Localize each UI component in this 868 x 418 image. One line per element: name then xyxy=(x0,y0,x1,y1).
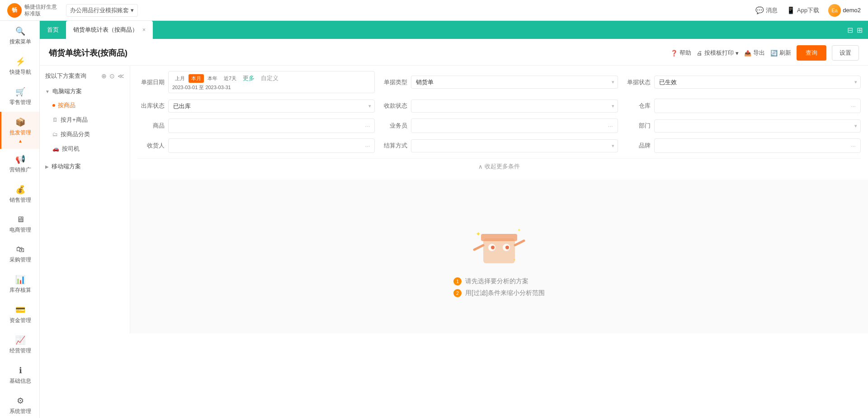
tab-sales-stats[interactable]: 销货单统计表（按商品） × xyxy=(66,21,153,39)
scheme-item-month-goods[interactable]: 🗓 按月+商品 xyxy=(40,113,130,127)
department-select[interactable] xyxy=(654,119,861,133)
receiver-ellipsis-icon: ··· xyxy=(365,142,370,149)
empty-tip-2: 2 用[过滤]条件来缩小分析范围 xyxy=(453,289,545,297)
collect-status-select[interactable] xyxy=(411,100,618,113)
filter-field-date: 单据日期 上月 本月 本年 近7天 更多 自定义 xyxy=(137,71,375,93)
group-arrow-icon: ▼ xyxy=(45,89,50,94)
salesman-input[interactable]: ··· xyxy=(411,119,618,133)
sidebar-item-inventory[interactable]: 📊 库存核算 xyxy=(0,269,39,299)
scheme-item-by-goods[interactable]: 按商品 xyxy=(40,98,130,113)
sidebar-item-retail[interactable]: 🛒 零售管理 xyxy=(0,81,39,112)
tip-dot-1: 1 xyxy=(453,277,462,285)
print-button[interactable]: 🖨 按模板打印 ▾ xyxy=(697,49,739,57)
scheme-add-button[interactable]: ⊕ xyxy=(101,72,107,80)
sidebar-item-operations[interactable]: 📈 经营管理 xyxy=(0,330,39,360)
search-icon: 🔍 xyxy=(15,26,25,36)
scheme-header-actions: ⊕ ⊙ ≪ xyxy=(101,72,124,80)
date-range-selector[interactable]: 上月 本月 本年 近7天 更多 自定义 2023-03-01 至 2023-03… xyxy=(168,71,375,93)
top-header: 畅 畅捷信好生意 标准版 办公用品行业模拟账套 ▾ 💬 消息 📱 App下载 E… xyxy=(0,0,868,21)
brand-input[interactable]: ··· xyxy=(654,138,861,153)
filter-and-content: 单据日期 上月 本月 本年 近7天 更多 自定义 xyxy=(130,66,868,333)
query-button[interactable]: 查询 xyxy=(797,45,826,61)
operations-icon: 📈 xyxy=(15,335,25,345)
main-panel: 按以下方案查询 ⊕ ⊙ ≪ ▼ 电脑端方案 xyxy=(40,66,868,333)
help-button[interactable]: ❓ 帮助 xyxy=(670,49,691,57)
filter-row-1: 单据日期 上月 本月 本年 近7天 更多 自定义 xyxy=(137,71,861,93)
filter-field-salesman: 业务员 ··· xyxy=(380,119,618,133)
sidebar-item-quick-nav[interactable]: ⚡ 快捷导航 xyxy=(0,51,39,81)
user-action[interactable]: Ea demo2 xyxy=(828,4,861,17)
marketing-icon: 📢 xyxy=(15,154,25,164)
scheme-settings-button[interactable]: ⊙ xyxy=(109,72,115,80)
export-button[interactable]: 📤 导出 xyxy=(744,49,765,57)
scheme-group-desktop: ▼ 电脑端方案 按商品 🗓 按月+商品 🗂 xyxy=(40,83,130,158)
app-download-action[interactable]: 📱 App下载 xyxy=(787,6,819,14)
doc-status-select[interactable]: 已生效 xyxy=(654,76,861,89)
finance-icon: 💳 xyxy=(15,305,25,315)
date-tab-last-month[interactable]: 上月 xyxy=(172,74,188,83)
scheme-item-by-driver[interactable]: 🚗 按司机 xyxy=(40,142,130,156)
sidebar-item-marketing[interactable]: 📢 营销推广 xyxy=(0,149,39,179)
page-content: 销货单统计表(按商品) ❓ 帮助 🖨 按模板打印 ▾ 📤 导出 xyxy=(40,39,868,418)
out-status-select[interactable]: 已出库 xyxy=(168,100,375,113)
tab-minimize-button[interactable]: ⊟ xyxy=(847,26,853,34)
ecommerce-icon: 🖥 xyxy=(16,215,24,224)
filter-field-department: 部门 ▾ xyxy=(623,119,861,133)
sidebar: 🔍 搜索菜单 ⚡ 快捷导航 🛒 零售管理 📦 批发管理 ▲ 📢 营销推广 💰 销… xyxy=(0,21,40,418)
sidebar-item-finance[interactable]: 💳 资金管理 xyxy=(0,299,39,330)
filter-field-receiver: 收货人 ··· xyxy=(137,138,375,153)
sidebar-item-search[interactable]: 🔍 搜索菜单 xyxy=(0,21,39,51)
svg-line-7 xyxy=(515,241,524,245)
help-icon: ❓ xyxy=(670,50,678,57)
goods-input[interactable]: ··· xyxy=(168,119,375,133)
tab-close-button[interactable]: × xyxy=(142,27,146,33)
tab-maximize-button[interactable]: ⊞ xyxy=(857,26,863,34)
sidebar-item-ecommerce[interactable]: 🖥 电商管理 xyxy=(0,209,39,239)
industry-dropdown[interactable]: 办公用品行业模拟账套 ▾ xyxy=(66,4,138,17)
page-actions: ❓ 帮助 🖨 按模板打印 ▾ 📤 导出 🔄 刷新 xyxy=(670,45,859,61)
sidebar-item-wholesale[interactable]: 📦 批发管理 ▲ xyxy=(0,112,39,149)
scheme-group-mobile-title[interactable]: ▶ 移动端方案 xyxy=(40,160,130,173)
scheme-item-by-category[interactable]: 🗂 按商品分类 xyxy=(40,127,130,142)
doc-type-wrapper: 销货单 ▾ xyxy=(411,76,618,89)
settings-button[interactable]: 设置 xyxy=(832,45,859,61)
collapse-bar[interactable]: ∧ 收起更多条件 xyxy=(137,158,861,174)
tab-home[interactable]: 首页 xyxy=(40,21,66,39)
date-tab-this-month[interactable]: 本月 xyxy=(189,74,204,83)
filter-field-collect-status: 收款状态 ▾ xyxy=(380,100,618,113)
collapse-arrow-icon: ∧ xyxy=(478,163,483,170)
date-tab-more[interactable]: 更多 xyxy=(240,73,257,83)
avatar: Ea xyxy=(828,4,841,17)
sidebar-item-purchase[interactable]: 🛍 采购管理 xyxy=(0,239,39,269)
print-dropdown-icon: ▾ xyxy=(736,50,739,57)
doc-type-select[interactable]: 销货单 xyxy=(411,76,618,89)
empty-illustration: ✦ ✦ ✦ xyxy=(472,216,526,270)
refresh-button[interactable]: 🔄 刷新 xyxy=(770,49,791,57)
goods-ellipsis-icon: ··· xyxy=(365,123,370,129)
filter-row-2: 出库状态 已出库 ▾ 收款状态 xyxy=(137,99,861,113)
month-goods-icon: 🗓 xyxy=(52,117,58,123)
date-tab-this-year[interactable]: 本年 xyxy=(205,74,220,83)
department-wrapper: ▾ xyxy=(654,119,861,133)
receiver-input[interactable]: ··· xyxy=(168,138,375,153)
brand-label: 品牌 xyxy=(623,142,651,150)
refresh-icon: 🔄 xyxy=(770,50,778,57)
download-icon: 📱 xyxy=(787,6,795,14)
filter-field-out-status: 出库状态 已出库 ▾ xyxy=(137,100,375,113)
filter-field-payment: 结算方式 ▾ xyxy=(380,139,618,152)
inventory-icon: 📊 xyxy=(15,275,25,285)
date-tab-7days[interactable]: 近7天 xyxy=(221,74,239,83)
scheme-collapse-button[interactable]: ≪ xyxy=(118,72,124,80)
warehouse-ellipsis-icon: ··· xyxy=(851,103,856,109)
message-action[interactable]: 💬 消息 xyxy=(755,6,778,14)
svg-point-5 xyxy=(505,246,509,249)
svg-rect-1 xyxy=(481,234,517,241)
doc-status-label: 单据状态 xyxy=(623,78,651,86)
sidebar-item-basic-info[interactable]: ℹ 基础信息 xyxy=(0,360,39,390)
warehouse-input[interactable]: ··· xyxy=(654,99,861,113)
sidebar-item-system[interactable]: ⚙ 系统管理 xyxy=(0,390,39,418)
scheme-group-desktop-title[interactable]: ▼ 电脑端方案 xyxy=(40,85,130,98)
date-tab-custom[interactable]: 自定义 xyxy=(258,73,281,83)
sidebar-item-sales[interactable]: 💰 销售管理 xyxy=(0,179,39,209)
payment-select[interactable] xyxy=(411,139,618,152)
